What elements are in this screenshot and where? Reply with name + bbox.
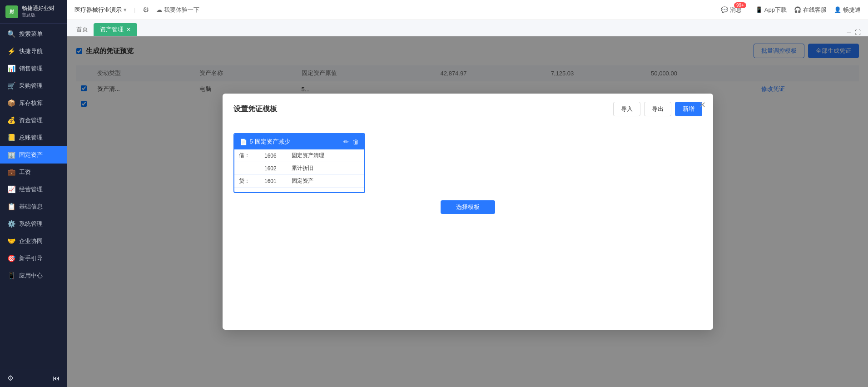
template-edit-icon[interactable]: ✏ <box>343 138 349 145</box>
template-entry-row: 贷： 1601 固定资产 <box>234 175 364 188</box>
dropdown-icon: ▾ <box>124 6 127 13</box>
tabbar: 首页 资产管理 ✕ ─ ⛶ <box>67 20 868 36</box>
export-btn[interactable]: 导出 <box>644 102 671 116</box>
fixed-asset-icon: 🏢 <box>7 151 15 159</box>
template-entries-table: 借： 1606 固定资产清理 1602 累计折旧 <box>234 149 364 192</box>
sales-icon: 📊 <box>7 64 15 73</box>
entry-code <box>260 188 287 193</box>
entry-code: 1601 <box>260 175 287 188</box>
experience-label: 我要体验一下 <box>164 6 199 14</box>
finance-icon: 💰 <box>7 116 15 124</box>
template-doc-icon: 📄 <box>240 139 247 145</box>
tab-asset-mgmt[interactable]: 资产管理 ✕ <box>94 23 137 36</box>
template-entry-row <box>234 188 364 193</box>
sidebar-item-guide[interactable]: 🎯 新手引导 <box>0 250 67 267</box>
search-icon: 🔍 <box>7 30 15 38</box>
modal-title: 设置凭证模板 <box>233 104 277 114</box>
template-card-header: 📄 5-固定资产减少 ✏ 🗑 <box>234 134 364 149</box>
modal-body: 📄 5-固定资产减少 ✏ 🗑 借： 1606 <box>223 122 713 330</box>
template-card[interactable]: 📄 5-固定资产减少 ✏ 🗑 借： 1606 <box>233 133 365 193</box>
sidebar-item-label: 搜索菜单 <box>19 30 43 38</box>
sidebar-item-label: 应用中心 <box>19 272 43 280</box>
sidebar-item-label: 系统管理 <box>19 220 43 228</box>
app-download-label: App下载 <box>764 6 787 14</box>
inventory-icon: 📦 <box>7 99 15 107</box>
template-card-header-actions: ✏ 🗑 <box>343 138 359 145</box>
sidebar-item-purchase[interactable]: 🛒 采购管理 <box>0 77 67 94</box>
entry-debit <box>341 149 352 162</box>
template-card-title: 5-固定资产减少 <box>250 138 291 146</box>
collapse-icon[interactable]: ⏮ <box>53 374 60 382</box>
settings-icon[interactable]: ⚙ <box>7 374 14 382</box>
sidebar-item-label: 资金管理 <box>19 116 43 124</box>
sidebar-item-ledger[interactable]: 📒 总账管理 <box>0 129 67 146</box>
entry-subject: 固定资产 <box>287 175 341 188</box>
sidebar-item-label: 经营管理 <box>19 185 43 194</box>
entry-subject: 固定资产清理 <box>287 149 341 162</box>
company-selector[interactable]: 医疗器械行业演示 ▾ <box>74 6 127 14</box>
entry-credit <box>352 175 364 188</box>
sidebar-item-enterprise[interactable]: 🤝 企业协同 <box>0 233 67 250</box>
main-area: 医疗器械行业演示 ▾ | ⚙ ☁ 我要体验一下 💬 消息 99+ 📱 App下载… <box>67 0 868 387</box>
app-name: 畅捷通好业财 <box>22 5 55 12</box>
sidebar-item-quick-nav[interactable]: ⚡ 快捷导航 <box>0 43 67 60</box>
entry-debit <box>341 175 352 188</box>
minimize-icon[interactable]: ─ <box>847 29 851 36</box>
user-avatar-btn[interactable]: 👤 畅捷通 <box>834 6 861 14</box>
messages-btn[interactable]: 💬 消息 99+ <box>721 6 742 14</box>
entry-subject <box>287 188 341 193</box>
sidebar-item-base-info[interactable]: 📋 基础信息 <box>0 198 67 215</box>
tab-home[interactable]: 首页 <box>71 23 94 36</box>
logo-text-group: 畅捷通好业财 普及版 <box>22 5 55 19</box>
sidebar-item-fixed-asset[interactable]: 🏢 固定资产 <box>0 146 67 164</box>
sidebar-bottom: ⚙ ⏮ <box>0 369 67 387</box>
topbar: 医疗器械行业演示 ▾ | ⚙ ☁ 我要体验一下 💬 消息 99+ 📱 App下载… <box>67 0 868 20</box>
settings-gear-icon[interactable]: ⚙ <box>143 5 149 14</box>
entry-code: 1602 <box>260 162 287 175</box>
template-delete-icon[interactable]: 🗑 <box>352 138 359 145</box>
entry-credit <box>352 188 364 193</box>
entry-side: 借： <box>234 149 260 162</box>
sidebar-item-label: 库存核算 <box>19 99 43 107</box>
page-content-area: 生成的凭证预览 批量调控模板 全部生成凭证 变动类型 资产名称 固定资产原值 4… <box>67 36 868 387</box>
modal-close-btn[interactable]: ✕ <box>699 101 706 109</box>
sidebar-item-finance[interactable]: 💰 资金管理 <box>0 112 67 129</box>
sidebar-item-label: 固定资产 <box>19 151 43 159</box>
salary-icon: 💼 <box>7 168 15 176</box>
entry-debit <box>341 188 352 193</box>
sidebar-item-sales[interactable]: 📊 销售管理 <box>0 60 67 77</box>
online-service-label: 在线客服 <box>803 6 827 14</box>
template-entry-row: 借： 1606 固定资产清理 <box>234 149 364 162</box>
quick-nav-icon: ⚡ <box>7 47 15 55</box>
app-download-btn[interactable]: 📱 App下载 <box>755 6 787 14</box>
sidebar-item-label: 工资 <box>19 168 31 176</box>
sidebar-item-label: 基础信息 <box>19 203 43 211</box>
sidebar-item-salary[interactable]: 💼 工资 <box>0 164 67 181</box>
sidebar-item-system[interactable]: ⚙️ 系统管理 <box>0 215 67 233</box>
sidebar-item-operations[interactable]: 📈 经营管理 <box>0 181 67 198</box>
entry-side <box>234 162 260 175</box>
select-template-btn[interactable]: 选择模板 <box>441 200 495 214</box>
sidebar-nav: 🔍 搜索菜单 ⚡ 快捷导航 📊 销售管理 🛒 采购管理 📦 库存核算 💰 资金管… <box>0 24 67 369</box>
phone-icon: 📱 <box>755 6 763 13</box>
sidebar-item-label: 总账管理 <box>19 134 43 142</box>
tab-close-icon[interactable]: ✕ <box>126 26 131 33</box>
template-entry-row: 1602 累计折旧 <box>234 162 364 175</box>
import-btn[interactable]: 导入 <box>613 102 640 116</box>
maximize-icon[interactable]: ⛶ <box>855 29 861 36</box>
topbar-divider: | <box>134 6 135 13</box>
entry-side <box>234 188 260 193</box>
sidebar-item-label: 企业协同 <box>19 237 43 245</box>
enterprise-icon: 🤝 <box>7 237 15 245</box>
home-tab-label: 首页 <box>76 25 88 34</box>
sidebar-item-inventory[interactable]: 📦 库存核算 <box>0 94 67 112</box>
guide-icon: 🎯 <box>7 254 15 263</box>
online-service-btn[interactable]: 🎧 在线客服 <box>794 6 827 14</box>
purchase-icon: 🛒 <box>7 82 15 90</box>
avatar-icon: 👤 <box>834 6 841 13</box>
sidebar-item-app-center[interactable]: 📱 应用中心 <box>0 267 67 284</box>
experience-btn[interactable]: ☁ 我要体验一下 <box>156 6 199 14</box>
sidebar-item-search[interactable]: 🔍 搜索菜单 <box>0 25 67 43</box>
modal-overlay: 设置凭证模板 导入 导出 新增 ✕ 📄 5-固定资产减少 <box>67 36 868 387</box>
new-template-btn[interactable]: 新增 <box>675 102 702 116</box>
